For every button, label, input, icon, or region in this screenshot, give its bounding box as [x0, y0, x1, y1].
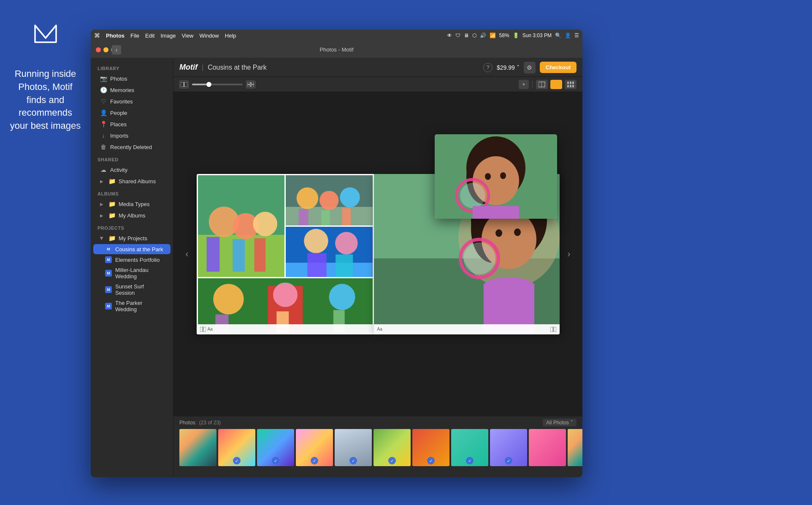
single-page-view-icon[interactable]	[179, 81, 189, 88]
svg-point-27	[297, 187, 318, 209]
sidebar-item-sunset-surf[interactable]: M Sunset Surf Session	[93, 282, 171, 298]
sidebar-item-recently-deleted[interactable]: 🗑 Recently Deleted	[93, 141, 171, 152]
next-page-button[interactable]: ›	[562, 246, 576, 263]
apple-menu[interactable]: ⌘	[94, 32, 100, 39]
menu-toggle-icon[interactable]: ☰	[574, 33, 579, 38]
sidebar-item-people[interactable]: 👤 People	[93, 107, 171, 118]
add-button[interactable]: +	[519, 80, 529, 89]
thumbnail-2[interactable]: ✓	[218, 429, 255, 466]
sidebar-item-my-albums[interactable]: ▶ 📁 My Albums	[93, 210, 171, 221]
thumbnail-4[interactable]: ✓	[296, 429, 333, 466]
sidebar-item-photos[interactable]: 📷 Photos	[93, 73, 171, 84]
memories-icon: 🕐	[100, 87, 107, 93]
sidebar-photos-label: Photos	[110, 76, 127, 82]
single-spread-view-btn[interactable]	[536, 80, 548, 89]
grid-multi-view-btn[interactable]	[565, 80, 577, 89]
status-bluetooth-icon: ⬡	[472, 33, 476, 38]
sidebar-item-my-projects[interactable]: ▶ 📁 My Projects	[93, 233, 171, 244]
photos-strip-right: All Photos ˅	[543, 419, 577, 426]
user-icon[interactable]: 👤	[565, 33, 571, 38]
thumbnail-3[interactable]: ✓	[257, 429, 294, 466]
svg-rect-34	[286, 263, 373, 277]
sidebar-item-shared-albums[interactable]: ▶ 📁 Shared Albums	[93, 176, 171, 187]
motif-project-icon-2: M	[105, 256, 112, 263]
sidebar-item-places[interactable]: 📍 Places	[93, 119, 171, 130]
sidebar-item-miller-landau[interactable]: M Miller-Landau Wedding	[93, 265, 171, 281]
menu-image[interactable]: Image	[160, 33, 176, 39]
sidebar-item-parker-wedding[interactable]: M The Parker Wedding	[93, 298, 171, 314]
expand-icon: ▶	[100, 179, 103, 184]
menu-edit[interactable]: Edit	[145, 33, 154, 39]
svg-point-60	[484, 277, 534, 294]
thumbnail-9[interactable]: ✓	[490, 429, 527, 466]
my-projects-folder-icon: 📁	[108, 235, 115, 242]
dropdown-chevron-icon: ˅	[571, 420, 573, 426]
motif-project-icon: M	[105, 246, 112, 252]
price-display[interactable]: $29.99 ˅	[497, 64, 520, 71]
thumbnail-7[interactable]: ✓	[412, 429, 449, 466]
sidebar-item-media-types[interactable]: ▶ 📁 Media Types	[93, 198, 171, 209]
sidebar-imports-label: Imports	[110, 133, 128, 139]
search-icon[interactable]: 🔍	[555, 33, 561, 38]
slider-fill	[192, 84, 207, 85]
thumbnail-11[interactable]	[568, 429, 582, 466]
menu-file[interactable]: File	[130, 33, 139, 39]
svg-point-36	[335, 232, 357, 254]
left-footer-aa: Aa	[208, 327, 213, 331]
motif-project-icon-3: M	[105, 270, 112, 277]
book-photo-upside-down[interactable]	[286, 227, 373, 277]
svg-rect-1	[181, 82, 184, 87]
sidebar-media-types-label: Media Types	[119, 201, 149, 207]
book-photo-kids-sitting[interactable]	[286, 175, 373, 225]
svg-rect-37	[307, 253, 326, 277]
status-shield-icon: 🛡	[455, 33, 460, 38]
menu-view[interactable]: View	[182, 33, 194, 39]
svg-point-35	[304, 229, 328, 253]
orange-view-btn[interactable]	[550, 80, 562, 89]
favorites-icon: ♡	[100, 98, 107, 105]
sidebar-recently-deleted-label: Recently Deleted	[110, 144, 152, 150]
thumbnail-8[interactable]: ✓	[451, 429, 488, 466]
my-projects-expand-icon: ▶	[100, 236, 104, 240]
grid-view-icon[interactable]	[246, 81, 255, 88]
thumbnail-1[interactable]	[179, 429, 217, 466]
status-eye-icon: 👁	[447, 33, 452, 38]
sidebar-item-favorites[interactable]: ♡ Favorites	[93, 96, 171, 107]
svg-rect-48	[203, 327, 206, 332]
menu-window[interactable]: Window	[200, 33, 219, 39]
book-photo-main-group[interactable]	[198, 175, 285, 277]
sidebar: Library 📷 Photos 🕐 Memories ♡ Favorites …	[91, 58, 173, 477]
menu-photos[interactable]: Photos	[106, 33, 125, 39]
menu-bar: ⌘ Photos File Edit Image View Window Hel…	[91, 30, 582, 41]
title-bar: ‹ Photos - Motif	[91, 41, 582, 58]
content-area: Motif | Cousins at the Park ? $29.99 ˅ ⚙…	[173, 58, 582, 477]
sidebar-item-memories[interactable]: 🕐 Memories	[93, 84, 171, 95]
minimize-button[interactable]	[103, 47, 108, 52]
sidebar-item-activity[interactable]: ☁ Activity	[93, 164, 171, 175]
thumbnail-5[interactable]: ✓	[335, 429, 372, 466]
photos-count: (23 of 23)	[199, 420, 221, 426]
places-icon: 📍	[100, 121, 107, 128]
settings-button[interactable]: ⚙	[524, 62, 536, 73]
menu-help[interactable]: Help	[225, 33, 236, 39]
back-button[interactable]: ‹	[112, 45, 121, 54]
sidebar-item-elements-portfolio[interactable]: M Elements Portfolio	[93, 255, 171, 265]
menu-bar-right: 👁 🛡 🖥 ⬡ 🔊 📶 58% 🔋 Sun 3:03 PM 🔍 👤 ☰	[447, 33, 579, 38]
sidebar-item-cousins-park[interactable]: M Cousins at the Park	[93, 244, 171, 254]
close-button[interactable]	[96, 47, 101, 52]
sidebar-item-imports[interactable]: ↓ Imports	[93, 130, 171, 141]
svg-marker-0	[35, 25, 56, 42]
all-photos-dropdown[interactable]: All Photos ˅	[543, 419, 577, 426]
svg-rect-9	[553, 81, 556, 87]
thumbnail-10[interactable]	[529, 429, 566, 466]
battery-pct: 58%	[499, 33, 509, 38]
help-button[interactable]: ?	[483, 63, 493, 72]
slider-thumb[interactable]	[206, 82, 211, 87]
svg-rect-31	[321, 210, 330, 225]
photos-strip: Photos: (23 of 23) All Photos ˅ ✓	[173, 416, 582, 477]
checkout-button[interactable]: Checkout	[540, 62, 577, 73]
previous-page-button[interactable]: ‹	[180, 246, 194, 263]
check-icon-2: ✓	[233, 457, 241, 464]
thumbnail-6[interactable]: ✓	[374, 429, 411, 466]
zoom-slider[interactable]	[192, 84, 243, 85]
